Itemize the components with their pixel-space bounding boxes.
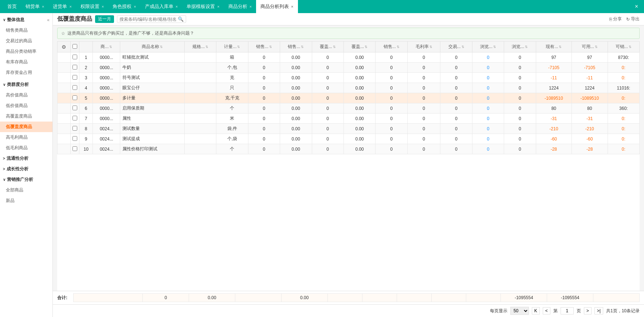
sidebar-item-stock-capital[interactable]: 库存资金占用	[0, 67, 52, 78]
row-checkbox[interactable]	[71, 124, 79, 134]
page-number-input[interactable]	[561, 307, 574, 314]
sidebar-item-high-margin[interactable]: 高毛利商品	[0, 132, 52, 143]
sidebar-item-low-coverage[interactable]: 低覆盖度商品	[0, 122, 52, 132]
sidebar-section-cluster[interactable]: ∨ 类群度分析	[0, 79, 52, 90]
sidebar-item-high-value[interactable]: 高价值商品	[0, 90, 52, 100]
col-current-stock[interactable]: 现有...⇅	[536, 41, 572, 52]
row-browse1[interactable]: 0	[472, 52, 504, 63]
nav-template-settings[interactable]: 单据模板设置 ×	[182, 0, 224, 13]
nav-close-purchase[interactable]: ×	[69, 4, 71, 9]
nav-close-permissions[interactable]: ×	[102, 4, 104, 9]
col-name[interactable]: 商品名称⇅	[120, 41, 184, 52]
row-checkbox[interactable]	[71, 73, 79, 83]
row-num: 6	[79, 103, 93, 114]
row-browse1[interactable]: 0	[472, 103, 504, 114]
col-coverage2[interactable]: 覆盖...⇅	[343, 41, 375, 52]
sidebar-item-new-goods[interactable]: 新品	[0, 195, 52, 206]
sidebar-item-sales-goods[interactable]: 销售类商品	[0, 25, 52, 36]
col-spec[interactable]: 规格...⇅	[184, 41, 216, 52]
row-spec	[184, 63, 216, 73]
sidebar-item-traded-goods[interactable]: 交易过的商品	[0, 36, 52, 46]
col-settings[interactable]: ⚙	[58, 41, 71, 52]
date-filter-button[interactable]: 近一月	[95, 15, 114, 23]
row-browse1[interactable]: 0	[472, 144, 504, 154]
col-browse1[interactable]: 浏览...⇅	[472, 41, 504, 52]
row-spec	[184, 73, 216, 83]
col-sales-qty[interactable]: 销售...⇅	[248, 41, 280, 52]
nav-close-product[interactable]: ×	[176, 4, 178, 9]
col-coverage1[interactable]: 覆盖...⇅	[312, 41, 343, 52]
row-browse1[interactable]: 0	[472, 83, 504, 93]
col-trade[interactable]: 交易...⇅	[440, 41, 472, 52]
row-coverage1: 0	[312, 114, 343, 124]
arrow-icon-4: >	[3, 167, 5, 171]
nav-home[interactable]: 首页	[3, 0, 21, 13]
sidebar-section-overall[interactable]: ∨ 整体信息 «	[0, 15, 52, 25]
sidebar-section-marketing[interactable]: ∨ 营销推广分析	[0, 174, 52, 185]
row-checkbox[interactable]	[71, 93, 79, 103]
col-sales-amt[interactable]: 销售...⇅	[280, 41, 312, 52]
row-sales-amt: 0.00	[280, 134, 312, 144]
next-page-button[interactable]: >	[584, 307, 592, 314]
row-browse1[interactable]: 0	[472, 73, 504, 83]
sidebar-item-category-rate[interactable]: 商品分类动销率	[0, 46, 52, 57]
share-button[interactable]: ⎘ 分享	[609, 16, 622, 22]
row-spec	[184, 83, 216, 93]
sidebar-item-high-coverage[interactable]: 高覆盖度商品	[0, 111, 52, 122]
col-unit[interactable]: 计量...⇅	[216, 41, 248, 52]
col-available[interactable]: 可用...⇅	[572, 41, 608, 52]
window-close-button[interactable]: ×	[632, 3, 641, 10]
nav-product-analysis[interactable]: 商品分析 ×	[224, 0, 256, 13]
nav-close-role[interactable]: ×	[134, 4, 136, 9]
sidebar-item-all-goods[interactable]: 全部商品	[0, 185, 52, 195]
col-checkbox[interactable]	[71, 41, 79, 52]
nav-close-sales-order[interactable]: ×	[42, 4, 44, 9]
row-checkbox[interactable]	[71, 52, 79, 63]
nav-purchase-order[interactable]: 进货单 ×	[48, 0, 76, 13]
row-browse2: 0	[504, 52, 536, 63]
col-sales2[interactable]: 销售...⇅	[376, 41, 407, 52]
nav-analysis-list[interactable]: 商品分析列表 ×	[256, 0, 298, 13]
row-browse1[interactable]: 0	[472, 134, 504, 144]
nav-product-storage[interactable]: 产成品入库单 ×	[141, 0, 182, 13]
nav-close-analysis[interactable]: ×	[250, 4, 252, 9]
sidebar-item-low-value[interactable]: 低价值商品	[0, 100, 52, 111]
select-all-checkbox[interactable]	[72, 44, 77, 49]
nav-sales-order[interactable]: 销货单 ×	[21, 0, 48, 13]
row-current-stock: -1089510	[536, 93, 572, 103]
nav-close-template[interactable]: ×	[217, 4, 219, 9]
row-sales2: 0	[376, 114, 407, 124]
last-page-button[interactable]: >|	[594, 307, 603, 314]
collapse-sidebar-icon[interactable]: «	[47, 17, 50, 23]
sidebar-item-stocked-goods[interactable]: 有库存商品	[0, 57, 52, 67]
row-saleable: 0:	[608, 114, 639, 124]
nav-permissions[interactable]: 权限设置 ×	[76, 0, 108, 13]
sidebar-section-growth[interactable]: > 成长性分析	[0, 164, 52, 174]
row-saleable: 0:	[608, 73, 639, 83]
nav-close-analysis-list[interactable]: ×	[291, 4, 293, 9]
per-page-select[interactable]: 50 20 100	[510, 307, 529, 315]
sidebar-item-low-margin[interactable]: 低毛利商品	[0, 143, 52, 153]
col-saleable[interactable]: 可销...⇅	[608, 41, 639, 52]
col-gross-margin[interactable]: 毛利率⇅	[407, 41, 440, 52]
row-browse1[interactable]: 0	[472, 63, 504, 73]
row-checkbox[interactable]	[71, 114, 79, 124]
col-browse2[interactable]: 浏览...⇅	[504, 41, 536, 52]
row-checkbox[interactable]	[71, 63, 79, 73]
row-checkbox[interactable]	[71, 103, 79, 114]
export-button[interactable]: ↻ 导出	[626, 16, 640, 22]
row-browse1[interactable]: 0	[472, 114, 504, 124]
nav-role-auth[interactable]: 角色授权 ×	[108, 0, 140, 13]
prev-page-button[interactable]: <	[543, 307, 550, 314]
sidebar-section-circulation[interactable]: > 流通性分析	[0, 153, 52, 164]
row-checkbox[interactable]	[71, 144, 79, 154]
row-browse1[interactable]: 0	[472, 124, 504, 134]
col-code[interactable]: 商...⇅	[93, 41, 120, 52]
search-input[interactable]	[119, 17, 178, 22]
row-checkbox[interactable]	[71, 134, 79, 144]
first-page-button[interactable]: K	[532, 307, 540, 314]
row-checkbox[interactable]	[71, 83, 79, 93]
row-browse1[interactable]: 0	[472, 93, 504, 103]
row-saleable: 360:	[608, 103, 639, 114]
row-current-stock: -7105	[536, 63, 572, 73]
